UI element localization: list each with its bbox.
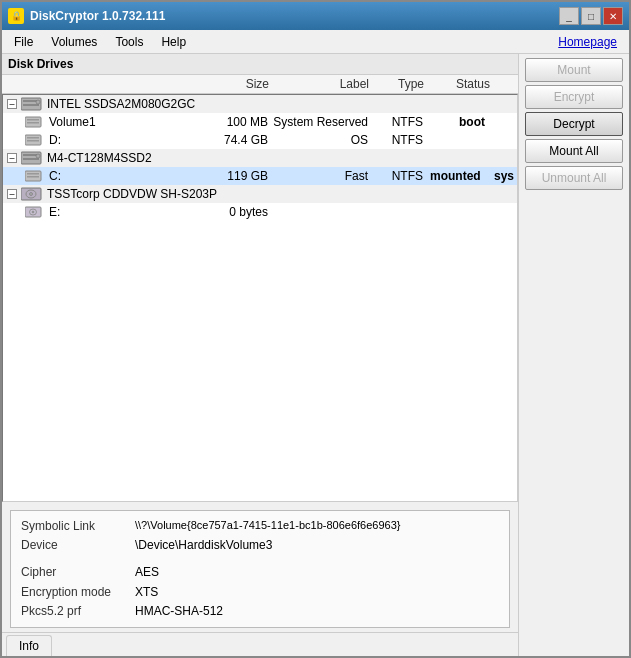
encryption-mode-label: Encryption mode bbox=[21, 583, 131, 602]
menu-file[interactable]: File bbox=[6, 33, 41, 51]
cipher-label: Cipher bbox=[21, 563, 131, 582]
symbolic-link-label: Symbolic Link bbox=[21, 517, 131, 536]
title-bar: 🔒 DiskCryptor 1.0.732.111 _ □ ✕ bbox=[2, 2, 629, 30]
vol-label-d: OS bbox=[272, 133, 372, 147]
svg-point-19 bbox=[30, 193, 33, 196]
col-header-label: Label bbox=[273, 77, 373, 91]
window-title: DiskCryptor 1.0.732.111 bbox=[30, 9, 165, 23]
tab-bar: Info bbox=[2, 632, 518, 656]
disk-tree: – INTEL SSDSA2M080G2GC bbox=[2, 94, 518, 502]
svg-rect-2 bbox=[23, 104, 39, 106]
col-header-status: Status bbox=[428, 77, 518, 91]
svg-point-3 bbox=[36, 100, 40, 104]
pkcs-value: HMAC-SHA-512 bbox=[135, 602, 499, 621]
vol-name-c: C: bbox=[47, 169, 192, 183]
close-button[interactable]: ✕ bbox=[603, 7, 623, 25]
partition-icon-d bbox=[25, 134, 43, 146]
info-spacer-1 bbox=[21, 555, 499, 563]
mount-all-button[interactable]: Mount All bbox=[525, 139, 623, 163]
svg-rect-15 bbox=[27, 173, 39, 175]
table-header: Size Label Type Status bbox=[2, 75, 518, 94]
hdd-icon-intel bbox=[21, 97, 43, 111]
vol-name-volume1: Volume1 bbox=[47, 115, 192, 129]
tab-info[interactable]: Info bbox=[6, 635, 52, 656]
vol-row-d[interactable]: D: 74.4 GB OS NTFS bbox=[3, 131, 517, 149]
vol-row-volume1[interactable]: Volume1 100 MB System Reserved NTFS boot bbox=[3, 113, 517, 131]
disk-name-intel: INTEL SSDSA2M080G2GC bbox=[47, 97, 195, 111]
symbolic-link-value: \\?\Volume{8ce757a1-7415-11e1-bc1b-806e6… bbox=[135, 517, 499, 536]
cdrom-icon bbox=[21, 187, 43, 201]
vol-status-c: mounted sys bbox=[427, 169, 517, 183]
expand-tsstcorp[interactable]: – bbox=[7, 189, 17, 199]
disk-group-m4[interactable]: – M4-CT128M4SSD2 bbox=[3, 149, 517, 167]
partition-icon-volume1 bbox=[25, 116, 43, 128]
vol-label-c: Fast bbox=[272, 169, 372, 183]
info-grid: Symbolic Link \\?\Volume{8ce757a1-7415-1… bbox=[21, 517, 499, 621]
cdrom-vol-icon-e bbox=[25, 206, 43, 218]
device-label: Device bbox=[21, 536, 131, 555]
vol-name-e: E: bbox=[47, 205, 192, 219]
svg-point-13 bbox=[36, 154, 40, 158]
unmount-all-button[interactable]: Unmount All bbox=[525, 166, 623, 190]
disk-name-tsstcorp: TSSTcorp CDDVDW SH-S203P bbox=[47, 187, 217, 201]
title-bar-buttons: _ □ ✕ bbox=[559, 7, 623, 25]
svg-point-22 bbox=[32, 211, 34, 213]
vol-type-c: NTFS bbox=[372, 169, 427, 183]
homepage-link[interactable]: Homepage bbox=[558, 35, 625, 49]
vol-size-c: 119 GB bbox=[192, 169, 272, 183]
menu-volumes[interactable]: Volumes bbox=[43, 33, 105, 51]
partition-icon-c bbox=[25, 170, 43, 182]
vol-status-volume1: boot bbox=[427, 115, 517, 129]
title-bar-left: 🔒 DiskCryptor 1.0.732.111 bbox=[8, 8, 165, 24]
encrypt-button[interactable]: Encrypt bbox=[525, 85, 623, 109]
menu-tools[interactable]: Tools bbox=[107, 33, 151, 51]
hdd-icon-m4 bbox=[21, 151, 43, 165]
device-value: \Device\HarddiskVolume3 bbox=[135, 536, 499, 555]
disk-name-m4: M4-CT128M4SSD2 bbox=[47, 151, 152, 165]
vol-size-d: 74.4 GB bbox=[192, 133, 272, 147]
vol-size-volume1: 100 MB bbox=[192, 115, 272, 129]
vol-type-volume1: NTFS bbox=[372, 115, 427, 129]
svg-rect-6 bbox=[27, 122, 39, 124]
menu-help[interactable]: Help bbox=[153, 33, 194, 51]
svg-rect-9 bbox=[27, 140, 39, 142]
cipher-value: AES bbox=[135, 563, 499, 582]
vol-label-volume1: System Reserved bbox=[272, 115, 372, 129]
vol-row-e[interactable]: E: 0 bytes bbox=[3, 203, 517, 221]
mount-button[interactable]: Mount bbox=[525, 58, 623, 82]
vol-status-c-extra: sys bbox=[494, 169, 514, 183]
menu-items: File Volumes Tools Help bbox=[6, 33, 194, 51]
encryption-mode-value: XTS bbox=[135, 583, 499, 602]
menu-bar: File Volumes Tools Help Homepage bbox=[2, 30, 629, 54]
svg-rect-8 bbox=[27, 137, 39, 139]
disk-group-intel[interactable]: – INTEL SSDSA2M080G2GC bbox=[3, 95, 517, 113]
vol-size-e: 0 bytes bbox=[192, 205, 272, 219]
disk-drives-header: Disk Drives bbox=[2, 54, 518, 75]
main-area: Disk Drives Size Label Type Status – bbox=[2, 54, 629, 656]
maximize-button[interactable]: □ bbox=[581, 7, 601, 25]
vol-status-c-text: mounted bbox=[430, 169, 481, 183]
col-header-type: Type bbox=[373, 77, 428, 91]
disk-group-tsstcorp[interactable]: – TSSTcorp CDDVDW SH-S203P bbox=[3, 185, 517, 203]
vol-name-d: D: bbox=[47, 133, 192, 147]
minimize-button[interactable]: _ bbox=[559, 7, 579, 25]
right-panel: Mount Encrypt Decrypt Mount All Unmount … bbox=[519, 54, 629, 656]
decrypt-button[interactable]: Decrypt bbox=[525, 112, 623, 136]
col-header-size: Size bbox=[193, 77, 273, 91]
app-icon: 🔒 bbox=[8, 8, 24, 24]
vol-type-d: NTFS bbox=[372, 133, 427, 147]
left-panel: Disk Drives Size Label Type Status – bbox=[2, 54, 519, 656]
svg-rect-5 bbox=[27, 119, 39, 121]
pkcs-label: Pkcs5.2 prf bbox=[21, 602, 131, 621]
main-window: 🔒 DiskCryptor 1.0.732.111 _ □ ✕ File Vol… bbox=[0, 0, 631, 658]
expand-intel[interactable]: – bbox=[7, 99, 17, 109]
svg-rect-16 bbox=[27, 176, 39, 178]
info-panel-wrap: Symbolic Link \\?\Volume{8ce757a1-7415-1… bbox=[2, 502, 518, 632]
svg-rect-12 bbox=[23, 158, 39, 160]
expand-m4[interactable]: – bbox=[7, 153, 17, 163]
info-panel: Symbolic Link \\?\Volume{8ce757a1-7415-1… bbox=[10, 510, 510, 628]
vol-row-c[interactable]: C: 119 GB Fast NTFS mounted sys bbox=[3, 167, 517, 185]
